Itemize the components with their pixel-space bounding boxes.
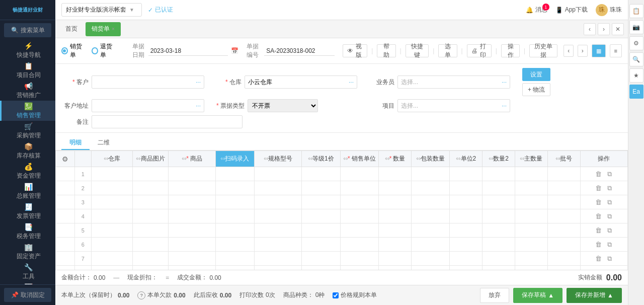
gear-icon[interactable]: ⚙ bbox=[62, 155, 68, 163]
row-spec-cell[interactable] bbox=[254, 266, 301, 270]
resize-handle-img[interactable]: ⇔ bbox=[136, 155, 139, 162]
unit-col-header[interactable]: ⇔ * 销售单位 bbox=[340, 151, 379, 167]
row-image-cell[interactable] bbox=[133, 223, 169, 238]
row-unit-cell[interactable] bbox=[340, 167, 379, 181]
warehouse-col-header[interactable]: ⇔ 仓库 bbox=[91, 151, 132, 167]
spec-col-header[interactable]: ⇔ 规格型号 bbox=[254, 151, 301, 167]
row-goods-cell[interactable] bbox=[168, 209, 215, 223]
row-qty2-cell[interactable] bbox=[482, 238, 515, 252]
sidebar-item-invoice[interactable]: 🧾 发票管理 bbox=[0, 201, 55, 221]
row-delete-icon[interactable]: 🗑 bbox=[594, 254, 603, 263]
row-qty2-cell[interactable] bbox=[482, 209, 515, 223]
resize-handle-qty[interactable]: ⇔ bbox=[385, 155, 388, 162]
row-spec-cell[interactable] bbox=[254, 167, 301, 181]
row-warehouse-cell[interactable] bbox=[91, 181, 132, 195]
sidebar-item-sales[interactable]: 💹 销售管理 bbox=[0, 101, 55, 121]
row-qty-cell[interactable] bbox=[379, 252, 412, 266]
salesperson-input[interactable]: 选择... ··· bbox=[397, 75, 510, 89]
row-copy-icon[interactable]: ⧉ bbox=[605, 184, 614, 193]
row-scan-cell[interactable] bbox=[216, 195, 255, 209]
tab-close-all-button[interactable]: ✕ bbox=[612, 23, 624, 35]
row-main-cell[interactable] bbox=[515, 223, 548, 238]
resize-handle-unit2[interactable]: ⇔ bbox=[456, 155, 459, 162]
price1-col-header[interactable]: ⇔ 等级1价 bbox=[301, 151, 340, 167]
prev-record-btn[interactable]: ‹ bbox=[564, 45, 574, 57]
sidebar-item-fixed[interactable]: 🏢 固定资产 bbox=[0, 242, 55, 262]
row-warehouse-cell[interactable] bbox=[91, 209, 132, 223]
pack-col-header[interactable]: ⇔ 包装数量 bbox=[411, 151, 450, 167]
account-selector[interactable]: 好业财专业版演示帐套 ▼ bbox=[61, 3, 142, 17]
print-btn[interactable]: 🖨 打印 bbox=[467, 44, 492, 57]
row-scan-cell[interactable] bbox=[216, 181, 255, 195]
row-qty2-cell[interactable] bbox=[482, 167, 515, 181]
salesperson-picker-icon[interactable]: ··· bbox=[502, 79, 507, 86]
row-scan-cell[interactable] bbox=[216, 223, 255, 238]
row-image-cell[interactable] bbox=[133, 266, 169, 270]
row-batch-cell[interactable] bbox=[547, 238, 580, 252]
row-image-cell[interactable] bbox=[133, 209, 169, 223]
radio-sale[interactable]: 销货单 bbox=[61, 42, 86, 59]
customer-picker-icon[interactable]: ··· bbox=[196, 79, 201, 86]
row-scan-cell[interactable] bbox=[216, 266, 255, 270]
row-goods-cell[interactable] bbox=[168, 223, 215, 238]
row-price1-cell[interactable] bbox=[301, 209, 340, 223]
unit2-col-header[interactable]: ⇔ 单位2 bbox=[450, 151, 482, 167]
row-pack-cell[interactable] bbox=[411, 266, 450, 270]
row-goods-cell[interactable] bbox=[168, 266, 215, 270]
row-spec-cell[interactable] bbox=[254, 195, 301, 209]
row-unit-cell[interactable] bbox=[340, 223, 379, 238]
sidebar-item-quick-nav[interactable]: ⚡ 快捷导航 bbox=[0, 40, 55, 60]
debt-info-icon[interactable]: ? bbox=[137, 291, 145, 299]
row-delete-icon[interactable]: 🗑 bbox=[594, 268, 603, 270]
right-panel-btn-1[interactable]: 📋 bbox=[629, 4, 643, 18]
row-pack-cell[interactable] bbox=[411, 209, 450, 223]
row-scan-cell[interactable] bbox=[216, 167, 255, 181]
next-record-btn[interactable]: › bbox=[578, 45, 588, 57]
row-qty2-cell[interactable] bbox=[482, 181, 515, 195]
sidebar-item-inventory[interactable]: 📦 库存核算 bbox=[0, 141, 55, 161]
row-batch-cell[interactable] bbox=[547, 195, 580, 209]
row-main-cell[interactable] bbox=[515, 167, 548, 181]
resize-handle-goods[interactable]: ⇔ bbox=[182, 155, 185, 162]
row-warehouse-cell[interactable] bbox=[91, 238, 132, 252]
row-unit2-cell[interactable] bbox=[450, 167, 482, 181]
row-delete-icon[interactable]: 🗑 bbox=[594, 198, 603, 207]
save-new-btn[interactable]: 保存并新增 ▲ bbox=[567, 288, 622, 303]
row-spec-cell[interactable] bbox=[254, 238, 301, 252]
row-warehouse-cell[interactable] bbox=[91, 252, 132, 266]
row-pack-cell[interactable] bbox=[411, 238, 450, 252]
messages-button[interactable]: 🔔 消息 1 bbox=[526, 6, 547, 14]
right-panel-btn-3[interactable]: ⚙ bbox=[629, 36, 643, 50]
right-panel-btn-2[interactable]: 📷 bbox=[629, 20, 643, 34]
resize-handle-spec[interactable]: ⇔ bbox=[264, 155, 267, 162]
row-goods-cell[interactable] bbox=[168, 195, 215, 209]
tab-sales-order[interactable]: 销货单 × bbox=[86, 22, 121, 36]
row-batch-cell[interactable] bbox=[547, 266, 580, 270]
row-spec-cell[interactable] bbox=[254, 223, 301, 238]
settings-col-header[interactable]: ⚙ bbox=[56, 151, 75, 167]
abandon-btn[interactable]: 放弃 bbox=[480, 288, 509, 303]
grid-view-btn[interactable]: ▦ bbox=[592, 44, 606, 57]
row-main-cell[interactable] bbox=[515, 238, 548, 252]
row-batch-cell[interactable] bbox=[547, 181, 580, 195]
row-price1-cell[interactable] bbox=[301, 266, 340, 270]
row-qty2-cell[interactable] bbox=[482, 195, 515, 209]
row-unit2-cell[interactable] bbox=[450, 223, 482, 238]
radio-return[interactable]: 退货单 bbox=[92, 42, 116, 59]
row-delete-icon[interactable]: 🗑 bbox=[594, 170, 603, 179]
row-qty2-cell[interactable] bbox=[482, 266, 515, 270]
view-version-btn[interactable]: 👁 视版 bbox=[343, 44, 367, 57]
right-panel-btn-6[interactable]: Ea bbox=[629, 85, 643, 99]
row-price1-cell[interactable] bbox=[301, 181, 340, 195]
user-profile[interactable]: 珠 珠珠 bbox=[596, 4, 622, 16]
setup-btn[interactable]: 设置 bbox=[522, 68, 550, 81]
sidebar-item-purchase[interactable]: 🛒 采购管理 bbox=[0, 121, 55, 141]
row-warehouse-cell[interactable] bbox=[91, 167, 132, 181]
tab-2d[interactable]: 二维 bbox=[90, 136, 118, 150]
search-menu-button[interactable]: 🔍 搜索菜单 bbox=[4, 23, 51, 37]
cancel-fixed-button[interactable]: 📌 取消固定 bbox=[4, 288, 51, 302]
row-unit2-cell[interactable] bbox=[450, 266, 482, 270]
sidebar-item-capital[interactable]: 💰 资金管理 bbox=[0, 161, 55, 181]
row-main-cell[interactable] bbox=[515, 181, 548, 195]
tab-next-button[interactable]: › bbox=[598, 23, 610, 35]
